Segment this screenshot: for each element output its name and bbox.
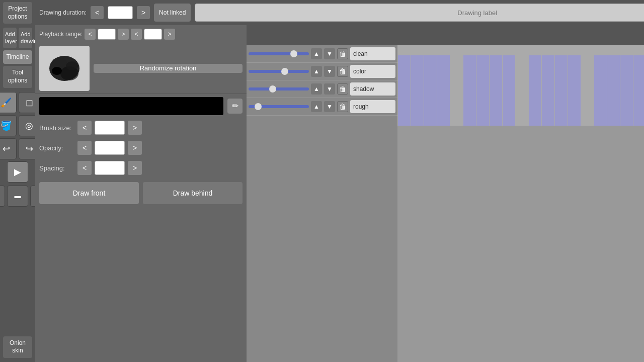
- timeline-cell[interactable]: [397, 55, 411, 73]
- timeline-cell[interactable]: [463, 73, 476, 90]
- timeline-cell[interactable]: [607, 90, 620, 108]
- timeline-cell[interactable]: [620, 90, 633, 108]
- timeline-cell[interactable]: [411, 108, 424, 126]
- timeline-cell[interactable]: [594, 73, 607, 90]
- shadow-down-button[interactable]: ▼: [324, 83, 335, 95]
- brush-size-input[interactable]: 13: [95, 121, 125, 135]
- rough-down-button[interactable]: ▼: [324, 101, 335, 112]
- pb-end-input[interactable]: 40: [144, 29, 162, 40]
- timeline-cell[interactable]: [607, 55, 620, 73]
- timeline-cell[interactable]: [594, 55, 607, 73]
- timeline-cell[interactable]: [568, 90, 581, 108]
- timeline-cell[interactable]: [528, 108, 541, 126]
- project-options-button[interactable]: Project options: [3, 2, 32, 24]
- opacity-prev[interactable]: <: [77, 141, 92, 155]
- spacing-prev[interactable]: <: [77, 161, 92, 175]
- timeline-cell[interactable]: [450, 90, 463, 108]
- add-layer-button[interactable]: Add layer: [3, 28, 17, 48]
- timeline-cell[interactable]: [437, 108, 450, 126]
- spacing-next[interactable]: >: [128, 161, 142, 175]
- rough-slider[interactable]: [249, 102, 309, 112]
- timeline-cell[interactable]: [541, 73, 554, 90]
- pb-end-next[interactable]: >: [164, 29, 175, 40]
- timeline-cell[interactable]: [568, 55, 581, 73]
- timeline-cell[interactable]: [437, 90, 450, 108]
- onion-skin-button[interactable]: Onion skin: [3, 336, 32, 358]
- timeline-cell[interactable]: [424, 108, 437, 126]
- timeline-cell[interactable]: [594, 108, 607, 126]
- timeline-cell[interactable]: [397, 73, 411, 90]
- timeline-cell[interactable]: [541, 90, 554, 108]
- timeline-cell[interactable]: [528, 55, 541, 73]
- opacity-next[interactable]: >: [128, 141, 142, 155]
- timeline-cell[interactable]: [607, 73, 620, 90]
- timeline-cell[interactable]: [489, 90, 502, 108]
- timeline-cell[interactable]: [397, 108, 411, 126]
- timeline-cell[interactable]: [463, 108, 476, 126]
- color-slider[interactable]: [249, 66, 309, 76]
- clean-up-button[interactable]: ▲: [311, 48, 322, 59]
- play-button[interactable]: ▶: [7, 161, 28, 183]
- timeline-cell[interactable]: [502, 108, 515, 126]
- draw-front-button[interactable]: Draw front: [39, 182, 139, 204]
- brush-size-next[interactable]: >: [128, 121, 142, 135]
- timeline-cell[interactable]: [541, 55, 554, 73]
- timeline-button[interactable]: Timeline: [3, 50, 32, 64]
- timeline-cell[interactable]: [476, 55, 489, 73]
- timeline-cell[interactable]: [607, 108, 620, 126]
- timeline-cell[interactable]: [397, 90, 411, 108]
- timeline-cell[interactable]: [554, 90, 568, 108]
- timeline-cell[interactable]: [450, 73, 463, 90]
- timeline-cell[interactable]: [489, 73, 502, 90]
- timeline-cell[interactable]: [424, 55, 437, 73]
- timeline-cell[interactable]: [476, 90, 489, 108]
- rough-delete-button[interactable]: 🗑: [337, 101, 348, 112]
- tool-options-button[interactable]: Tool options: [3, 66, 32, 87]
- timeline-cell[interactable]: [581, 108, 594, 126]
- not-linked-button[interactable]: Not linked: [154, 4, 191, 22]
- timeline-cell[interactable]: [554, 73, 568, 90]
- pb-start-input[interactable]: 1: [98, 29, 116, 40]
- shadow-delete-button[interactable]: 🗑: [337, 83, 348, 95]
- timeline-cell[interactable]: [554, 55, 568, 73]
- rough-up-button[interactable]: ▲: [311, 101, 322, 112]
- clean-slider[interactable]: [249, 49, 309, 59]
- timeline-cell[interactable]: [411, 90, 424, 108]
- timeline-cell[interactable]: [502, 73, 515, 90]
- timeline-cell[interactable]: [594, 90, 607, 108]
- timeline-cell[interactable]: [633, 108, 644, 126]
- undo-button[interactable]: ↩: [0, 138, 17, 159]
- timeline-cell[interactable]: [633, 73, 644, 90]
- duration-input[interactable]: 10: [108, 6, 133, 19]
- brush-tool-button[interactable]: 🖌️: [0, 92, 17, 113]
- timeline-cell[interactable]: [620, 73, 633, 90]
- randomize-rotation-button[interactable]: Randomize rotation: [94, 64, 243, 73]
- timeline-cell[interactable]: [515, 108, 528, 126]
- add-drawing-button[interactable]: Add drawing: [19, 28, 32, 48]
- duration-prev-button[interactable]: <: [91, 6, 104, 19]
- timeline-cell[interactable]: [437, 73, 450, 90]
- shadow-up-button[interactable]: ▲: [311, 83, 322, 95]
- timeline-cell[interactable]: [568, 73, 581, 90]
- draw-behind-button[interactable]: Draw behind: [143, 182, 243, 204]
- timeline-cell[interactable]: [515, 55, 528, 73]
- timeline-cell[interactable]: [502, 55, 515, 73]
- timeline-cell[interactable]: [502, 90, 515, 108]
- timeline-cell[interactable]: [476, 108, 489, 126]
- timeline-cell[interactable]: [528, 73, 541, 90]
- timeline-cell[interactable]: [424, 90, 437, 108]
- timeline-cell[interactable]: [424, 73, 437, 90]
- timeline-cell[interactable]: [581, 90, 594, 108]
- timeline-cell[interactable]: [476, 73, 489, 90]
- color-delete-button[interactable]: 🗑: [337, 66, 348, 77]
- timeline-cell[interactable]: [515, 90, 528, 108]
- timeline-cell[interactable]: [463, 90, 476, 108]
- timeline-cell[interactable]: [463, 55, 476, 73]
- timeline-cell[interactable]: [450, 55, 463, 73]
- drawing-label-input[interactable]: [195, 4, 644, 22]
- timeline-cell[interactable]: [581, 73, 594, 90]
- timeline-cell[interactable]: [411, 73, 424, 90]
- prev-frame-button[interactable]: ◀: [0, 186, 5, 207]
- pb-start-prev[interactable]: <: [85, 29, 96, 40]
- timeline-cell[interactable]: [633, 55, 644, 73]
